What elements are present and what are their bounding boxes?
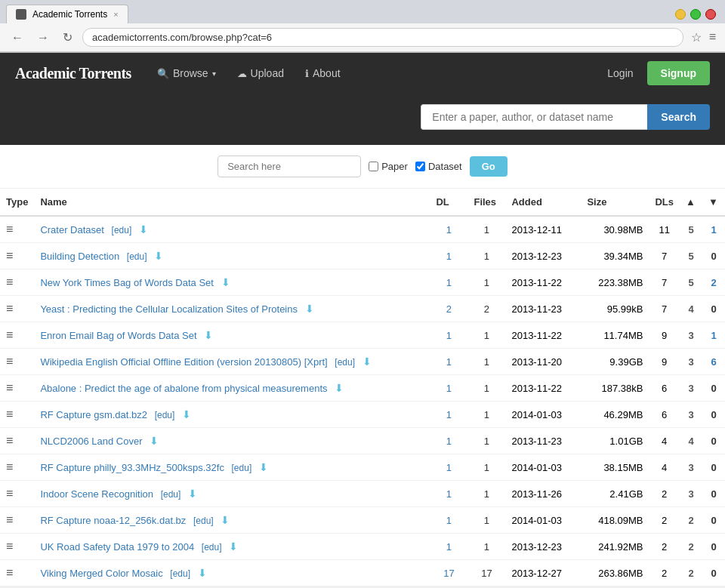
torrent-name-link[interactable]: Enron Email Bag of Words Data Set [40, 330, 196, 341]
files-count: 1 [484, 462, 489, 473]
torrent-name-link[interactable]: NLCD2006 Land Cover [40, 436, 142, 447]
cloud-download-icon[interactable]: ⬇ [154, 250, 163, 262]
torrent-name-link[interactable]: Wikipedia English Official Offline Editi… [40, 356, 327, 368]
dl-link[interactable]: 1 [446, 383, 452, 394]
edu-tag: [edu] [127, 251, 147, 262]
tab-close-button[interactable]: × [113, 10, 118, 19]
files-count: 1 [484, 409, 489, 420]
row-added: 2013-12-23 [505, 534, 581, 560]
dl-link[interactable]: 17 [443, 568, 454, 579]
row-up: 4 [680, 296, 702, 322]
search-input[interactable] [421, 104, 647, 130]
table-row: ≡ RF Capture philly_93.3MHz_500ksps.32fc… [0, 454, 725, 481]
dataset-checkbox[interactable] [415, 162, 425, 171]
dl-link[interactable]: 1 [446, 224, 452, 236]
row-added: 2013-11-22 [505, 375, 581, 402]
row-added: 2013-11-22 [505, 269, 581, 296]
cloud-download-icon[interactable]: ⬇ [229, 540, 238, 553]
torrent-name-link[interactable]: UK Road Safety Data 1979 to 2004 [40, 541, 194, 553]
torrent-name-link[interactable]: RF Capture gsm.dat.bz2 [40, 409, 147, 420]
dl-link[interactable]: 1 [446, 436, 452, 447]
row-dls: 6 [649, 375, 680, 402]
row-up: 5 [680, 243, 702, 269]
torrent-name-link[interactable]: RF Capture noaa-12_256k.dat.bz [40, 515, 186, 526]
row-added: 2013-12-27 [505, 560, 581, 586]
nav-brand: Academic Torrents [15, 65, 131, 82]
star-icon[interactable]: ☆ [690, 29, 703, 46]
page-wrapper: Academic Torrents 🔍 Browse ▾ ☁ Upload ℹ … [0, 53, 725, 586]
cloud-download-icon[interactable]: ⬇ [182, 408, 191, 420]
edu-tag: [edu] [112, 225, 132, 236]
upload-icon: ☁ [237, 68, 247, 79]
row-dls: 2 [649, 481, 680, 507]
row-type: ≡ [0, 269, 34, 296]
menu-icon[interactable]: ≡ [708, 29, 717, 46]
minimize-button[interactable] [675, 9, 686, 20]
cloud-download-icon[interactable]: ⬇ [362, 356, 372, 368]
torrent-name-link[interactable]: Building Detection [40, 251, 119, 262]
cloud-download-icon[interactable]: ⬇ [139, 223, 148, 236]
dl-link[interactable]: 1 [446, 541, 452, 553]
address-bar[interactable] [82, 28, 683, 47]
torrent-name-link[interactable]: RF Capture philly_93.3MHz_500ksps.32fc [40, 462, 224, 473]
maximize-button[interactable] [690, 9, 701, 20]
signup-button[interactable]: Signup [647, 61, 710, 85]
browser-tab[interactable]: Academic Torrents × [6, 5, 128, 23]
row-dl: 1 [430, 375, 467, 402]
search-button[interactable]: Search [647, 104, 710, 130]
row-files: 1 [467, 428, 505, 454]
row-up: 4 [680, 428, 702, 454]
torrent-name-link[interactable]: Yeast : Predicting the Cellular Localiza… [40, 303, 298, 315]
cloud-download-icon[interactable]: ⬇ [204, 329, 213, 341]
cloud-download-icon[interactable]: ⬇ [188, 488, 197, 500]
filter-search-input[interactable] [218, 155, 361, 177]
close-button[interactable] [705, 9, 716, 20]
torrent-name-link[interactable]: Indoor Scene Recognition [40, 488, 153, 500]
row-files: 1 [467, 243, 505, 269]
nav-upload[interactable]: ☁ Upload [227, 55, 295, 91]
row-dl: 1 [430, 428, 467, 454]
row-down: 1 [702, 216, 725, 243]
torrent-name-link[interactable]: Viking Merged Color Mosaic [40, 568, 162, 579]
row-name: Yeast : Predicting the Cellular Localiza… [34, 296, 430, 322]
nav-browse[interactable]: 🔍 Browse ▾ [147, 55, 227, 91]
dl-link[interactable]: 1 [446, 462, 452, 473]
row-name: Building Detection [edu] ⬇ [34, 243, 430, 269]
row-name: Enron Email Bag of Words Data Set ⬇ [34, 322, 430, 349]
dl-link[interactable]: 1 [446, 277, 452, 288]
row-up: 3 [680, 322, 702, 349]
files-count: 1 [484, 515, 489, 526]
dl-link[interactable]: 1 [446, 515, 452, 526]
refresh-button[interactable]: ↻ [59, 29, 76, 46]
cloud-download-icon[interactable]: ⬇ [221, 276, 230, 288]
cloud-download-icon[interactable]: ⬇ [150, 435, 159, 447]
cloud-download-icon[interactable]: ⬇ [221, 514, 230, 526]
login-button[interactable]: Login [600, 61, 640, 85]
cloud-download-icon[interactable]: ⬇ [198, 567, 207, 579]
nav-about[interactable]: ℹ About [295, 55, 351, 91]
dl-link[interactable]: 1 [446, 356, 452, 368]
row-files: 1 [467, 269, 505, 296]
dl-link[interactable]: 1 [446, 330, 452, 341]
torrent-name-link[interactable]: New York Times Bag of Words Data Set [40, 277, 214, 288]
table-row: ≡ NLCD2006 Land Cover ⬇ 1 1 2013-11-23 1… [0, 428, 725, 454]
filter-bar: Paper Dataset Go [0, 145, 725, 189]
row-added: 2014-01-03 [505, 402, 581, 428]
torrent-name-link[interactable]: Crater Dataset [40, 224, 104, 236]
row-size: 39.34MB [581, 243, 649, 269]
torrent-name-link[interactable]: Abalone : Predict the age of abalone fro… [40, 383, 327, 394]
dl-link[interactable]: 2 [446, 303, 452, 315]
forward-button[interactable]: → [33, 29, 53, 46]
dl-link[interactable]: 1 [446, 488, 452, 500]
cloud-download-icon[interactable]: ⬇ [305, 303, 314, 315]
cloud-download-icon[interactable]: ⬇ [335, 382, 344, 394]
go-button[interactable]: Go [470, 156, 508, 177]
th-dl: DL [430, 189, 467, 216]
paper-checkbox[interactable] [369, 162, 378, 171]
back-button[interactable]: ← [8, 29, 27, 46]
dl-link[interactable]: 1 [446, 251, 452, 262]
dl-link[interactable]: 1 [446, 409, 452, 420]
info-icon: ℹ [305, 68, 309, 79]
files-count: 1 [484, 277, 489, 288]
cloud-download-icon[interactable]: ⬇ [259, 461, 268, 473]
